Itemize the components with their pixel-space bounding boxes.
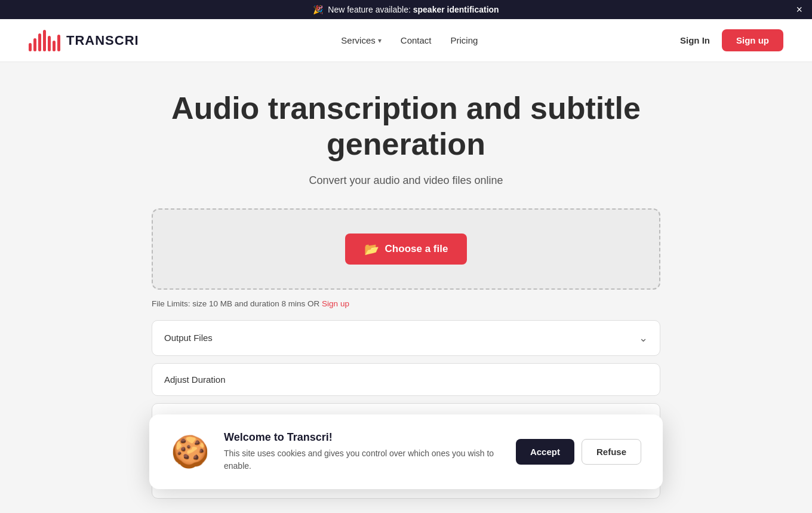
chevron-down-icon: ▾ bbox=[378, 36, 382, 45]
signup-button[interactable]: Sign up bbox=[722, 29, 783, 51]
logo-waves bbox=[29, 30, 60, 51]
wave-5 bbox=[48, 36, 51, 51]
folder-icon: 📂 bbox=[364, 242, 379, 256]
cookie-banner: 🍪 Welcome to Transcri! This site uses co… bbox=[149, 414, 663, 489]
cookie-accept-button[interactable]: Accept bbox=[516, 439, 574, 465]
cookie-actions: Accept Refuse bbox=[516, 439, 641, 465]
signup-link[interactable]: Sign up bbox=[322, 299, 349, 308]
upload-zone[interactable]: 📂 Choose a file bbox=[152, 208, 660, 290]
cookie-title: Welcome to Transcri! bbox=[224, 431, 502, 444]
header-actions: Sign In Sign up bbox=[680, 29, 783, 51]
nav-pricing[interactable]: Pricing bbox=[451, 35, 478, 45]
header: TRANSCRI Services ▾ Contact Pricing Sign… bbox=[0, 19, 812, 62]
chevron-down-icon: ⌄ bbox=[639, 331, 648, 345]
wave-1 bbox=[29, 43, 32, 51]
hero-title: Audio transcription and subtitle generat… bbox=[152, 91, 660, 162]
cookie-refuse-button[interactable]: Refuse bbox=[582, 439, 641, 465]
adjust-duration-toggle[interactable]: Adjust Duration bbox=[152, 364, 660, 395]
announcement-bar: 🎉 New feature available: speaker identif… bbox=[0, 0, 812, 19]
announcement-text: New feature available: speaker identific… bbox=[328, 5, 499, 14]
cookie-description: This site uses cookies and gives you con… bbox=[224, 447, 502, 472]
wave-2 bbox=[33, 38, 36, 51]
adjust-duration-section: Adjust Duration bbox=[152, 363, 660, 396]
logo-text: TRANSCRI bbox=[66, 33, 139, 48]
output-files-section: Output Files ⌄ bbox=[152, 320, 660, 356]
hero-subtitle: Convert your audio and video files onlin… bbox=[152, 174, 660, 187]
wave-3 bbox=[38, 33, 41, 51]
file-limits-text: File Limits: size 10 MB and duration 8 m… bbox=[152, 299, 660, 308]
wave-4 bbox=[43, 30, 46, 51]
cookie-icon: 🍪 bbox=[171, 434, 210, 470]
logo[interactable]: TRANSCRI bbox=[29, 30, 139, 51]
wave-7 bbox=[57, 35, 60, 51]
announcement-emoji: 🎉 bbox=[313, 5, 323, 14]
wave-6 bbox=[53, 41, 56, 51]
output-files-toggle[interactable]: Output Files ⌄ bbox=[152, 321, 660, 355]
announcement-close-button[interactable]: × bbox=[796, 4, 802, 15]
choose-file-button[interactable]: 📂 Choose a file bbox=[345, 234, 467, 265]
nav-services[interactable]: Services ▾ bbox=[341, 35, 382, 45]
cookie-text-block: Welcome to Transcri! This site uses cook… bbox=[224, 431, 502, 472]
nav-contact[interactable]: Contact bbox=[401, 35, 432, 45]
signin-button[interactable]: Sign In bbox=[680, 35, 710, 45]
main-nav: Services ▾ Contact Pricing bbox=[341, 35, 478, 45]
